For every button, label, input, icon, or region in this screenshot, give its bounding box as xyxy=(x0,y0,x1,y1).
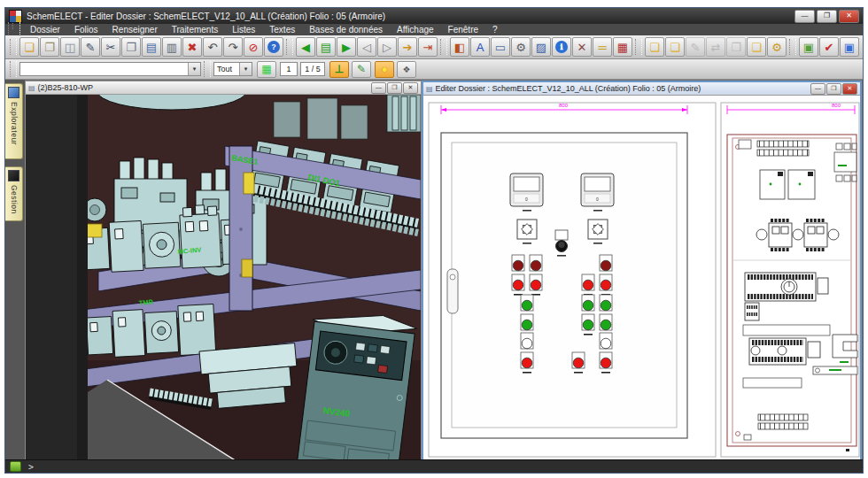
3d-window-titlebar[interactable]: ▤ (2)B25-810-WP — ❐ ✕ xyxy=(26,81,421,95)
info-button[interactable]: ℹ xyxy=(552,37,571,57)
maximize-button[interactable]: ❐ xyxy=(817,10,837,23)
folio-copy-button[interactable]: ❐ xyxy=(726,37,746,57)
menu-item-textes[interactable]: Textes xyxy=(262,25,302,35)
goto-target-icon: ⇥ xyxy=(423,42,433,53)
folio-window-titlebar[interactable]: ▤ Editer Dossier : SchemELECT_V12_10_ALL… xyxy=(423,82,860,96)
maximize-button[interactable]: ❐ xyxy=(387,82,402,94)
text-frame-button[interactable]: ▭ xyxy=(491,37,510,57)
pan-view-button[interactable]: ❖ xyxy=(397,61,416,78)
folio-window-title: Editer Dossier : SchemELECT_V12_10_ALL (… xyxy=(436,84,810,93)
copy-button[interactable]: ❐ xyxy=(121,37,141,57)
copy-icon: ❐ xyxy=(126,42,136,53)
menu-item-traitements[interactable]: Traitements xyxy=(165,25,225,35)
menu-bar: ⁞DossierFoliosRenseignerTraitementsListe… xyxy=(5,24,863,35)
menu-item-dossier[interactable]: Dossier xyxy=(23,25,67,35)
undo-button[interactable]: ↶ xyxy=(203,37,222,57)
folio-exchange-button[interactable]: ⇄ xyxy=(706,37,725,57)
page-input[interactable]: 1 xyxy=(280,62,298,76)
document-new-button[interactable]: ❏ xyxy=(19,37,39,57)
component-3d-icon: ◧ xyxy=(454,42,465,53)
aux-component xyxy=(834,143,856,181)
combo-arrow-icon[interactable]: ▾ xyxy=(239,63,252,75)
image-info-button[interactable]: ▣ xyxy=(840,37,859,57)
save-button[interactable]: ◫ xyxy=(60,37,80,57)
folio-new-button[interactable]: ❏ xyxy=(645,37,664,57)
folder-open-icon: ❐ xyxy=(44,42,55,53)
menu-item-bases-de-donn-es[interactable]: Bases de données xyxy=(302,25,390,35)
paste-icon: ▤ xyxy=(146,42,157,53)
image-view-button[interactable]: ▣ xyxy=(799,37,818,57)
folio-canvas[interactable]: 800 0 xyxy=(423,96,860,459)
folio-exchange-icon: ⇄ xyxy=(711,42,721,53)
folio-insert-button[interactable]: ❏ xyxy=(665,37,685,57)
help-button[interactable]: ? xyxy=(264,37,283,57)
folder-open-button[interactable]: ❐ xyxy=(40,37,59,57)
goto-reference-button[interactable]: ➔ xyxy=(398,37,417,57)
3d-viewport[interactable]: BASE1 DI1 DO1 TMR MC-INV xyxy=(26,95,421,459)
print-button[interactable]: ▥ xyxy=(162,37,182,57)
sidebar-tab-explorateur[interactable]: Explorateur xyxy=(5,83,23,159)
menu-item-folios[interactable]: Folios xyxy=(67,25,105,35)
draw-tool-button[interactable]: ✎ xyxy=(352,61,371,78)
stop-button[interactable]: ⊘ xyxy=(244,37,263,57)
redo-button[interactable]: ↷ xyxy=(223,37,243,57)
highlight-tool-button[interactable]: ● xyxy=(375,61,394,78)
arrow-next-icon: ▷ xyxy=(383,42,391,53)
filter-combo[interactable]: Tout ▾ xyxy=(213,62,252,76)
sidebar-tab-gestion[interactable]: Gestion xyxy=(5,166,23,221)
address-combo[interactable]: ▾ xyxy=(19,62,201,76)
folio-previous-button[interactable]: ◀ xyxy=(296,37,315,57)
menu-item-affichage[interactable]: Affichage xyxy=(390,25,441,35)
folio-edit-button[interactable]: ✎ xyxy=(686,37,705,57)
side-tab-strip: Explorateur Gestion xyxy=(5,80,25,459)
minimize-button[interactable]: — xyxy=(371,82,386,94)
folio-next-button[interactable]: ▶ xyxy=(337,37,356,57)
arrow-next-button[interactable]: ▷ xyxy=(377,37,397,57)
close-button[interactable]: ✕ xyxy=(839,10,859,23)
component-3d-button[interactable]: ◧ xyxy=(450,37,469,57)
edit-page-button[interactable]: ✎ xyxy=(81,37,100,57)
folio-copy-icon: ❐ xyxy=(731,42,741,53)
goto-target-button[interactable]: ⇥ xyxy=(418,37,438,57)
folio-new-icon: ❏ xyxy=(649,42,660,53)
table-remove-icon: ▦ xyxy=(617,42,628,53)
close-button[interactable]: ✕ xyxy=(842,83,857,95)
delete-button[interactable]: ✖ xyxy=(182,37,202,57)
level-tool-button[interactable]: ⊥ xyxy=(329,61,349,78)
tools-icon: ⚙ xyxy=(515,42,526,53)
menu-item-?[interactable]: ? xyxy=(485,25,505,35)
delete-icon: ✖ xyxy=(188,42,198,53)
combo-arrow-icon[interactable]: ▾ xyxy=(188,63,200,75)
redo-icon: ↷ xyxy=(229,42,238,53)
stop-icon: ⊘ xyxy=(249,42,259,53)
hatch-grid-button[interactable]: ▨ xyxy=(531,37,551,57)
minimize-button[interactable]: — xyxy=(794,10,815,23)
help-icon: ? xyxy=(267,41,280,53)
folio-information-button[interactable]: ❏ xyxy=(747,37,766,57)
tools-button[interactable]: ⚙ xyxy=(511,37,531,57)
print-icon: ▥ xyxy=(167,42,177,53)
menu-item-fen-tre[interactable]: Fenêtre xyxy=(441,25,485,35)
menu-item-renseigner[interactable]: Renseigner xyxy=(105,25,165,35)
folio-list-button[interactable]: ▤ xyxy=(316,37,336,57)
status-icon xyxy=(10,461,21,472)
image-view-icon: ▣ xyxy=(803,42,814,53)
maximize-button[interactable]: ❐ xyxy=(826,83,841,95)
table-remove-button[interactable]: ▦ xyxy=(613,37,632,57)
document-new-icon: ❏ xyxy=(24,42,35,53)
close-button[interactable]: ✕ xyxy=(403,82,418,94)
folio-properties-button[interactable]: ⚙ xyxy=(767,37,787,57)
window-title: SchemELECT - Editer Dossier : SchemELECT… xyxy=(27,12,794,21)
text-button[interactable]: A xyxy=(470,37,490,57)
menu-item-listes[interactable]: Listes xyxy=(225,25,262,35)
cut-button[interactable]: ✂ xyxy=(101,37,120,57)
arrow-previous-button[interactable]: ◁ xyxy=(357,37,376,57)
document-icon: ▤ xyxy=(426,85,433,93)
paste-button[interactable]: ▤ xyxy=(142,37,161,57)
grid-toggle-button[interactable]: ▦ xyxy=(257,61,276,78)
break-symbol-button[interactable]: ✕ xyxy=(572,37,592,57)
measure-button[interactable]: ═ xyxy=(593,37,612,57)
verify-button[interactable]: ✔ xyxy=(819,37,839,57)
command-prompt[interactable]: > xyxy=(28,462,34,472)
minimize-button[interactable]: — xyxy=(810,83,825,95)
